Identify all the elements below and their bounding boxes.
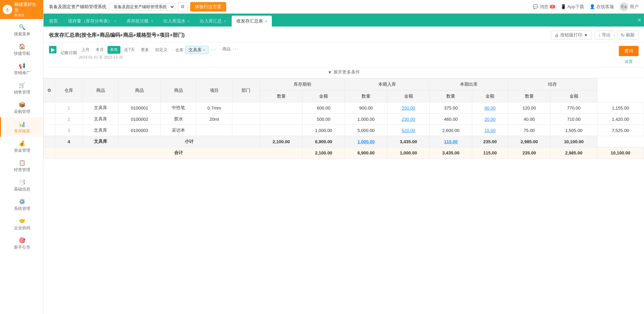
th-goods-spec: 商品 bbox=[161, 79, 196, 102]
basicinfo-icon: 📑 bbox=[19, 179, 26, 185]
sidebar-item-quicknav[interactable]: 🏠 快捷导航 bbox=[0, 40, 43, 59]
sidebar-item-basicinfo[interactable]: 📑 基础信息 bbox=[0, 176, 43, 195]
date-btn-custom[interactable]: 自定义 bbox=[153, 46, 170, 54]
subtotal-in-qty[interactable]: 1,000.00 bbox=[345, 136, 387, 147]
row1-settings bbox=[44, 102, 55, 114]
app-download-button[interactable]: 📱 App下载 bbox=[561, 4, 584, 10]
total-label: 合计 bbox=[55, 147, 302, 159]
warehouse-dots[interactable]: ··· bbox=[211, 47, 217, 53]
date-btn-last-month[interactable]: 上月 bbox=[79, 46, 92, 54]
sidebar-item-search[interactable]: 🔍 搜索菜单 bbox=[0, 20, 43, 40]
row2-out-amt: 40.00 bbox=[508, 114, 550, 125]
row1-in-qty[interactable]: 250.00 bbox=[387, 102, 430, 114]
tab-close-receipt-summary[interactable]: × bbox=[265, 19, 267, 23]
th-in-amt: 金额 bbox=[387, 90, 430, 102]
sidebar-item-system[interactable]: ⚙️ 系统管理 bbox=[0, 195, 43, 214]
row3-goods-name: 采访本 bbox=[161, 125, 196, 136]
sidebar-item-collab[interactable]: 🤝 企业协同 bbox=[0, 214, 43, 234]
warehouse-tag-close[interactable]: × bbox=[203, 48, 205, 52]
row2-settings bbox=[44, 114, 55, 125]
refresh-button[interactable]: ↻ 刷新 bbox=[617, 31, 639, 39]
tab-receipt-summary[interactable]: 收发存汇总表 × bbox=[232, 16, 272, 27]
trial-button[interactable]: 体验行业方案 bbox=[190, 2, 226, 12]
row2-num: 2 bbox=[55, 114, 83, 125]
message-button[interactable]: 💬 消息 6 bbox=[533, 4, 555, 10]
row2-opening-amt: 1,000.00 bbox=[345, 114, 387, 125]
filter-toggle[interactable]: ▶ bbox=[49, 46, 56, 53]
sidebar-item-marketing[interactable]: 📢 营销推广 bbox=[0, 59, 43, 79]
date-filter-group: 记账日期 上月 本月 本年 近7天 更多 自定义 2023-01-01 至 20… bbox=[61, 46, 170, 60]
tab-batch[interactable]: 库存批次账 × bbox=[122, 16, 158, 27]
table-gear-icon[interactable]: ⚙ bbox=[47, 88, 51, 93]
row2-out-qty[interactable]: 20.00 bbox=[472, 114, 508, 125]
service-icon: 👤 bbox=[590, 4, 595, 9]
row1-out-qty[interactable]: 80.00 bbox=[472, 102, 508, 114]
logo-text: 畅捷通好生意 标准版 bbox=[14, 2, 40, 18]
row3-balance-qty: 1,505.00 bbox=[550, 125, 597, 136]
row2-in-qty[interactable]: 230.00 bbox=[387, 114, 430, 125]
sidebar-logo: 6 畅捷通好生意 标准版 bbox=[0, 0, 43, 19]
total-row: 合计 2,100.00 6,900.00 1,000.00 3,435.00 1… bbox=[44, 147, 644, 159]
th-opening-amt: 金额 bbox=[302, 90, 345, 102]
th-goods-name: 商品 bbox=[118, 79, 161, 102]
tab-close-inout-flow[interactable]: × bbox=[187, 19, 189, 23]
sidebar-item-operations[interactable]: 📋 经营管理 bbox=[0, 156, 43, 176]
th-balance: 结存 bbox=[508, 79, 597, 90]
warehouse-filter-group: 仓库 文具库 × ··· bbox=[175, 46, 217, 54]
sidebar-item-purchase[interactable]: 📦 采购管理 bbox=[0, 98, 43, 117]
tab-inout-summary[interactable]: 出入库汇总 × bbox=[195, 16, 231, 27]
tab-home[interactable]: 首页 bbox=[44, 16, 63, 27]
tabbar-close-button[interactable]: × bbox=[638, 17, 641, 24]
gear-button[interactable]: ⚙ bbox=[178, 2, 187, 12]
system-select[interactable]: 装备及固定资产辅助管理系统 bbox=[109, 3, 175, 11]
date-btn-this-month[interactable]: 本月 bbox=[93, 46, 106, 54]
collab-icon: 🤝 bbox=[19, 218, 26, 224]
goods-filter-group: 商品 ··· bbox=[222, 46, 239, 52]
row1-project bbox=[232, 102, 260, 114]
row1-balance-qty: 770.00 bbox=[550, 102, 597, 114]
tab-close-inout-summary[interactable]: × bbox=[224, 19, 226, 23]
date-btn-more[interactable]: 更多 bbox=[138, 46, 151, 54]
query-button[interactable]: 查询 bbox=[619, 46, 639, 56]
tab-stock-dist[interactable]: 现存量（库存分布表） × bbox=[63, 16, 121, 27]
row1-goods-name: 中性笔 bbox=[161, 102, 196, 114]
message-badge: 6 bbox=[550, 5, 555, 9]
th-out-amt: 金额 bbox=[472, 90, 508, 102]
filter-fields: 记账日期 上月 本月 本年 近7天 更多 自定义 2023-01-01 至 20… bbox=[61, 46, 615, 60]
sidebar-item-finance[interactable]: 💰 资金管理 bbox=[0, 137, 43, 156]
subtotal-label: 小计 bbox=[118, 136, 260, 147]
topbar-right: 💬 消息 6 📱 App下载 👤 在线客服 Ea 用户 bbox=[533, 2, 639, 11]
goods-dots[interactable]: ··· bbox=[233, 46, 239, 52]
row2-project bbox=[232, 114, 260, 125]
user-menu[interactable]: Ea 用户 bbox=[620, 2, 639, 11]
row3-out-qty[interactable]: 15.00 bbox=[472, 125, 508, 136]
system-icon: ⚙️ bbox=[19, 198, 26, 205]
tab-inout-flow[interactable]: 出入库流水 × bbox=[159, 16, 194, 27]
print-button[interactable]: 🖨 按钮版打印 ▼ bbox=[551, 31, 592, 39]
date-buttons: 上月 本月 本年 近7天 更多 自定义 bbox=[79, 46, 170, 54]
date-range-text: 2023-01-01 至 2023-12-31 bbox=[79, 55, 170, 60]
sidebar-item-inventory[interactable]: 📊 库存核算 bbox=[0, 117, 43, 137]
date-btn-this-year[interactable]: 本年 bbox=[108, 46, 120, 54]
system-title: 装备及固定资产辅助管理系统 bbox=[49, 4, 106, 10]
total-opening-qty: 2,100.00 bbox=[302, 147, 345, 159]
tab-close-stock-dist[interactable]: × bbox=[114, 19, 116, 23]
th-settings: ⚙ bbox=[44, 79, 55, 102]
tab-close-batch[interactable]: × bbox=[151, 19, 153, 23]
page-header: 收发存汇总表(按仓库+商品编码+商品+规格型号+项目+部门) 🖨 按钮版打印 ▼… bbox=[44, 27, 644, 43]
subtotal-out-qty[interactable]: 115.00 bbox=[430, 136, 472, 147]
expand-conditions-button[interactable]: ▼ 展开更多条件 bbox=[328, 69, 360, 75]
export-button[interactable]: ↑ 导出 bbox=[595, 31, 615, 39]
online-service-button[interactable]: 👤 在线客服 bbox=[590, 4, 614, 10]
date-btn-7days[interactable]: 近7天 bbox=[122, 46, 137, 54]
row3-in-amt: 2,600.00 bbox=[430, 125, 472, 136]
sidebar-item-guide[interactable]: 🎯 新手引导 bbox=[0, 234, 43, 253]
th-balance-amt: 金额 bbox=[550, 90, 597, 102]
settings-link[interactable]: 设置 bbox=[625, 59, 633, 65]
total-out-qty: 115.00 bbox=[472, 147, 508, 159]
finance-icon: 💰 bbox=[19, 140, 26, 147]
sidebar-item-sales[interactable]: 🛒 销售管理 bbox=[0, 79, 43, 98]
topbar: 装备及固定资产辅助管理系统 装备及固定资产辅助管理系统 ⚙ 体验行业方案 💬 消… bbox=[44, 0, 644, 14]
row3-in-qty[interactable]: 520.00 bbox=[387, 125, 430, 136]
home-icon: 🏠 bbox=[19, 43, 26, 50]
